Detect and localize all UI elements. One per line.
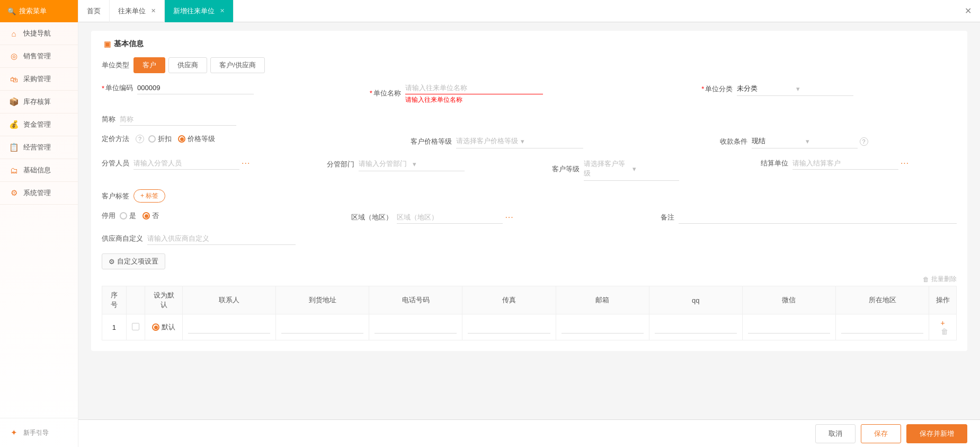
- customer-level-select[interactable]: 请选择客户等级 ▾: [584, 157, 679, 181]
- customer-level-placeholder: 请选择客户等级: [584, 159, 630, 178]
- customer-tag-row: 客户标签 + 标签: [102, 189, 957, 203]
- customer-level-label: 客户等级: [552, 164, 580, 174]
- unit-category-select[interactable]: 未分类 ▾: [737, 82, 853, 96]
- row-fax[interactable]: [462, 314, 556, 340]
- manager-row: 分管人员 ··· 分管部门 请输入分管部门 ▾ 客户等级 请选择客户等级 ▾: [102, 157, 957, 181]
- close-all-button[interactable]: ✕: [956, 6, 980, 16]
- supplier-custom-input[interactable]: [147, 232, 296, 245]
- unit-code-group: * 单位编码: [102, 82, 357, 94]
- row-qq[interactable]: [649, 314, 742, 340]
- address-input[interactable]: [281, 321, 363, 334]
- sidebar-item-label: 库存核算: [23, 97, 51, 107]
- code-name-category-row: * 单位编码 * 单位名称 请输入往来单位名称 * 单位分类 未分: [102, 82, 957, 104]
- settlement-more-button[interactable]: ···: [898, 159, 911, 168]
- radio-discount[interactable]: 折扣: [148, 134, 172, 144]
- settlement-input[interactable]: [792, 157, 898, 170]
- tab-counterparty[interactable]: 往来单位 ✕: [110, 0, 165, 22]
- sidebar-item-system[interactable]: ⚙ 系统管理: [0, 182, 78, 205]
- col-seq: 序号: [102, 286, 127, 314]
- tab-home[interactable]: 首页: [78, 0, 110, 22]
- tab-new-counterparty[interactable]: 新增往来单位 ✕: [165, 0, 234, 22]
- pricing-method-label: 定价方法: [102, 134, 129, 144]
- chevron-down-icon: ▾: [796, 85, 853, 93]
- unit-name-error: 请输入往来单位名称: [405, 95, 689, 104]
- phone-input[interactable]: [375, 321, 457, 334]
- region-input-row[interactable]: [841, 321, 923, 334]
- sidebar-item-operations[interactable]: 📋 经营管理: [0, 136, 78, 159]
- chevron-down-icon: ▾: [521, 137, 583, 145]
- operations-icon: 📋: [8, 143, 19, 152]
- sidebar-item-sales[interactable]: ◎ 销售管理: [0, 45, 78, 68]
- row-region[interactable]: [836, 314, 929, 340]
- tab-counterparty-close[interactable]: ✕: [151, 7, 156, 14]
- row-email[interactable]: [556, 314, 649, 340]
- row-checkbox[interactable]: [126, 314, 145, 340]
- footer: 取消 保存 保存并新增: [78, 419, 980, 447]
- wechat-input[interactable]: [748, 321, 830, 334]
- tab-new-counterparty-close[interactable]: ✕: [220, 7, 225, 14]
- radio-no[interactable]: 否: [142, 211, 159, 221]
- short-name-input[interactable]: [120, 113, 236, 126]
- disabled-label: 停用: [102, 211, 115, 221]
- save-button[interactable]: 保存: [861, 424, 901, 443]
- add-row-button[interactable]: +: [940, 319, 945, 327]
- radio-discount-circle: [148, 135, 156, 143]
- sidebar-item-inventory[interactable]: 📦 库存核算: [0, 91, 78, 113]
- email-input[interactable]: [562, 321, 644, 334]
- system-icon: ⚙: [8, 188, 19, 198]
- payment-terms-select[interactable]: 现结 ▾: [752, 134, 858, 148]
- disabled-group: 停用 是 否: [102, 211, 338, 221]
- row-contact[interactable]: [183, 314, 276, 340]
- cancel-button[interactable]: 取消: [815, 424, 856, 443]
- sidebar-item-purchase[interactable]: 🛍 采购管理: [0, 68, 78, 91]
- fax-input[interactable]: [468, 321, 550, 334]
- department-select[interactable]: 请输入分管部门 ▾: [359, 157, 465, 171]
- settlement-label: 结算单位: [761, 159, 788, 168]
- radio-price-level[interactable]: 价格等级: [178, 134, 215, 144]
- settlement-group: 结算单位 ···: [761, 157, 957, 170]
- save-new-button[interactable]: 保存并新增: [906, 424, 967, 443]
- region-more-button[interactable]: ···: [503, 213, 515, 222]
- manager-input[interactable]: [133, 157, 239, 170]
- customer-price-select[interactable]: 请选择客户价格等级 ▾: [456, 134, 583, 148]
- supplier-custom-row: 供应商自定义: [102, 232, 957, 245]
- sidebar-item-new-guide[interactable]: ✦ 新手引导: [0, 423, 78, 443]
- type-btn-supplier[interactable]: 供应商: [168, 57, 207, 73]
- row-phone[interactable]: [369, 314, 462, 340]
- sidebar: 🔍 搜索菜单 ⌂ 快捷导航 ◎ 销售管理 🛍 采购管理 📦 库存核算 💰 资金管…: [0, 0, 78, 447]
- sidebar-item-quick-nav[interactable]: ⌂ 快捷导航: [0, 22, 78, 45]
- sidebar-item-basic-info[interactable]: 🗂 基础信息: [0, 159, 78, 182]
- search-menu-label: 搜索菜单: [19, 6, 47, 16]
- row-checkbox-inner[interactable]: [132, 323, 139, 330]
- row-default-radio[interactable]: 默认: [150, 322, 177, 332]
- department-placeholder: 请输入分管部门: [359, 159, 411, 169]
- remark-input[interactable]: [679, 211, 957, 224]
- qq-input[interactable]: [655, 321, 737, 334]
- section-title: ▣ 基本信息: [102, 39, 957, 49]
- department-group: 分管部门 请输入分管部门 ▾: [327, 157, 539, 171]
- type-btn-customer[interactable]: 客户: [133, 57, 165, 73]
- short-name-row: 简称: [102, 113, 957, 126]
- manager-more-button[interactable]: ···: [239, 159, 252, 168]
- payment-help-icon[interactable]: ?: [860, 137, 868, 146]
- row-wechat[interactable]: [742, 314, 835, 340]
- tab-counterparty-label: 往来单位: [118, 6, 146, 16]
- add-tag-button[interactable]: + 标签: [133, 189, 165, 203]
- radio-yes[interactable]: 是: [120, 211, 136, 221]
- col-fax: 传真: [462, 286, 556, 314]
- home-icon: ⌂: [8, 29, 19, 38]
- type-btn-both[interactable]: 客户/供应商: [210, 57, 265, 73]
- sidebar-item-finance[interactable]: 💰 资金管理: [0, 113, 78, 136]
- unit-code-input[interactable]: [137, 82, 254, 94]
- batch-delete-button[interactable]: 🗑 批量删除: [102, 275, 957, 284]
- delete-row-button[interactable]: 🗑: [941, 327, 948, 336]
- custom-settings-button[interactable]: ⚙ 自定义项设置: [102, 253, 165, 269]
- batch-delete-label: 批量删除: [931, 275, 957, 284]
- contact-input[interactable]: [188, 321, 270, 334]
- region-input[interactable]: [397, 211, 503, 224]
- settings-icon: ⚙: [109, 258, 115, 266]
- unit-name-input[interactable]: [405, 82, 543, 94]
- pricing-help-icon[interactable]: ?: [136, 135, 144, 143]
- row-address[interactable]: [276, 314, 369, 340]
- search-menu-button[interactable]: 🔍 搜索菜单: [0, 0, 78, 22]
